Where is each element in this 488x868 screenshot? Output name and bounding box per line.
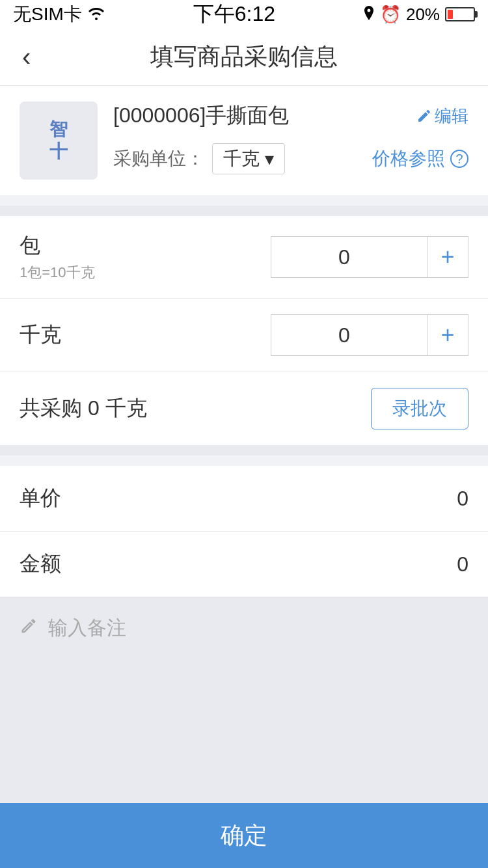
bag-input-row: 包 1包=10千克 +: [0, 216, 488, 299]
divider-1: [0, 206, 488, 216]
unit-price-label: 单价: [20, 484, 61, 513]
unit-price-value: 0: [457, 487, 468, 511]
amount-value: 0: [457, 552, 468, 576]
bag-plus-button[interactable]: +: [427, 236, 468, 278]
price-section: 单价 0 金额 0: [0, 466, 488, 597]
bag-sub: 1包=10千克: [20, 263, 95, 282]
unit-label: 采购单位：: [113, 146, 204, 171]
summary-amount: 0: [88, 396, 100, 420]
nav-bar: ‹ 填写商品采购信息: [0, 29, 488, 86]
unit-price-row: 单价 0: [0, 466, 488, 532]
product-name: [0000006]手撕面包: [113, 102, 289, 130]
confirm-bar[interactable]: 确定: [0, 803, 488, 868]
bag-input-control: +: [271, 236, 468, 278]
kg-input-control: +: [271, 314, 468, 356]
product-card: 智 十 [0000006]手撕面包 编辑 采购单位： 千克 ▾ 价格参照 ?: [0, 86, 488, 195]
input-section: 包 1包=10千克 + 千克 +: [0, 216, 488, 372]
price-ref-button[interactable]: 价格参照 ?: [372, 146, 468, 171]
wifi-icon: [87, 4, 105, 25]
status-right: ⏰ 20%: [363, 5, 475, 25]
status-left: 无SIM卡: [13, 2, 105, 27]
alarm-icon: ⏰: [380, 5, 401, 25]
kg-label: 千克: [20, 321, 61, 349]
product-logo: 智 十: [49, 118, 68, 162]
product-unit-row: 采购单位： 千克 ▾ 价格参照 ?: [113, 143, 468, 174]
unit-select[interactable]: 千克 ▾: [212, 143, 285, 174]
product-info: [0000006]手撕面包 编辑 采购单位： 千克 ▾ 价格参照 ?: [113, 102, 468, 174]
help-icon: ?: [450, 150, 468, 168]
location-icon: [363, 5, 375, 25]
summary-text: 共采购 0 千克: [20, 394, 147, 423]
product-name-row: [0000006]手撕面包 编辑: [113, 102, 468, 130]
summary-row: 共采购 0 千克 录批次: [0, 372, 488, 445]
edit-button[interactable]: 编辑: [416, 105, 468, 128]
kg-plus-button[interactable]: +: [427, 314, 468, 356]
batch-button[interactable]: 录批次: [371, 388, 468, 429]
kg-qty-input[interactable]: [271, 314, 427, 356]
status-time: 下午6:12: [193, 0, 275, 29]
amount-row: 金额 0: [0, 532, 488, 597]
bag-label: 包 1包=10千克: [20, 232, 95, 282]
bag-qty-input[interactable]: [271, 236, 427, 278]
chevron-down-icon: ▾: [265, 148, 274, 170]
pencil-icon: [20, 617, 38, 640]
notes-section[interactable]: 输入备注: [0, 597, 488, 660]
status-bar: 无SIM卡 下午6:12 ⏰ 20%: [0, 0, 488, 29]
notes-placeholder: 输入备注: [48, 615, 126, 642]
divider-2: [0, 445, 488, 455]
battery-percent: 20%: [406, 5, 440, 25]
back-button[interactable]: ‹: [16, 36, 37, 78]
kg-input-row: 千克 +: [0, 299, 488, 372]
battery-indicator: [445, 7, 475, 21]
amount-label: 金额: [20, 550, 61, 578]
carrier-text: 无SIM卡: [13, 2, 82, 27]
confirm-text: 确定: [221, 820, 267, 852]
product-image: 智 十: [20, 102, 98, 180]
page-title: 填写商品采购信息: [150, 41, 338, 73]
